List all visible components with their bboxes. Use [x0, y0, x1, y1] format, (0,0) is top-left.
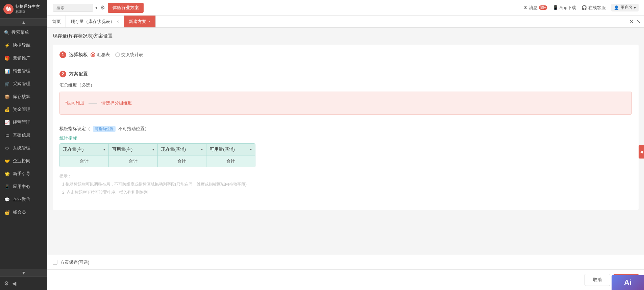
close-window-icon[interactable]: ✕ — [629, 18, 634, 25]
section2-header: 2 方案配置 — [59, 71, 632, 77]
content-area: 现存量(库存状况表)方案设置 1 选择模板 汇总表 交叉统计表 — [47, 28, 644, 255]
section-template: 1 选择模板 汇总表 交叉统计表 — [59, 51, 632, 58]
finance-icon: 💰 — [4, 106, 10, 113]
dropdown-arrow-icon[interactable]: ▾ — [95, 5, 98, 10]
sidebar-item-finance[interactable]: 💰 资金管理 — [0, 103, 47, 116]
sidebar-nav: 🔍 搜索菜单 ⚡ 快捷导航 🎁 营销推广 📊 销售管理 🛒 采购管理 📦 库存核… — [0, 26, 47, 269]
topbar-search-area: ▾ — [53, 4, 98, 12]
sidebar-item-wechat[interactable]: 💬 企业微信 — [0, 193, 47, 206]
settings-bottom-icon[interactable]: ⚙ — [4, 280, 9, 287]
sidebar-bottom: ⚙ ◀ — [0, 276, 47, 290]
tab-inventory-status[interactable]: 现存量（库存状况表） × — [66, 16, 124, 27]
sidebar-item-marketing[interactable]: 🎁 营销推广 — [0, 52, 47, 65]
tabbar: 首页 现存量（库存状况表） × 新建方案 × ✕ ⤡ — [47, 16, 644, 28]
section2-number: 2 — [59, 71, 66, 77]
dimension-required-label: 汇总维度（必选） — [59, 82, 632, 88]
save-label: 方案保存(可选) — [60, 259, 90, 265]
radio-summary[interactable]: 汇总表 — [91, 52, 110, 58]
sidebar-scroll-down[interactable]: ▼ — [0, 269, 47, 276]
sidebar-item-basic[interactable]: 🗂 基础信息 — [0, 129, 47, 142]
col-0-cell: 合计 — [60, 155, 108, 167]
sidebar-item-quick-nav[interactable]: ⚡ 快捷导航 — [0, 39, 47, 52]
right-expand-button[interactable]: ◀ — [639, 145, 644, 159]
window-controls: ✕ ⤡ — [629, 18, 644, 25]
sidebar-item-guide[interactable]: 🌟 新手引导 — [0, 167, 47, 180]
tab-close-inventory[interactable]: × — [117, 19, 119, 24]
col-2-cell: 合计 — [158, 155, 206, 167]
tips-area: 提示： 1.拖动标题栏可以调整布局，不可跨维度或指标区域拖动列字段(只能在同一维… — [59, 172, 632, 196]
col-3-cell: 合计 — [206, 155, 255, 167]
collapse-icon[interactable]: ◀ — [12, 280, 16, 287]
radio-cross[interactable]: 交叉统计表 — [115, 52, 143, 58]
member-icon: 👑 — [4, 209, 10, 215]
dim-dash: —— — [89, 101, 97, 106]
gear-icon[interactable]: ⚙ — [100, 4, 105, 11]
logo-text: 畅捷通好生意 标准版 — [16, 4, 40, 14]
sidebar: 畅 畅捷通好生意 标准版 ▲ 🔍 搜索菜单 ⚡ 快捷导航 🎁 营销推广 📊 销售… — [0, 0, 47, 290]
page-title: 现存量(库存状况表)方案设置 — [53, 33, 639, 39]
col-2-header[interactable]: 现存量(基辅) ▾ — [158, 144, 206, 155]
col-1-cell: 合计 — [109, 155, 157, 167]
sidebar-item-apps[interactable]: 📱 应用中心 — [0, 180, 47, 193]
sidebar-item-corp[interactable]: 🤝 企业协同 — [0, 154, 47, 167]
message-icon: ✉ — [524, 5, 527, 10]
dim-placeholder: 请选择分组维度 — [101, 100, 132, 106]
tip-2: 2. 点击标题栏下拉可设置排序、插入列和删除列 — [62, 188, 632, 196]
col-3-header[interactable]: 可用量(基辅) ▾ — [206, 144, 255, 155]
sidebar-item-system[interactable]: ⚙ 系统管理 — [0, 142, 47, 154]
metrics-table: 现存量(主) ▾ 合计 可用量(主) ▾ 合计 — [59, 143, 255, 167]
cancel-button[interactable]: 取消 — [585, 274, 610, 286]
topbar: ▾ ⚙ 体验行业方案 ✉ 消息 99+ 📱 App下载 🎧 在线客服 👤 用户名 — [47, 0, 644, 16]
section-divider-2 — [59, 120, 632, 120]
trial-button[interactable]: 体验行业方案 — [108, 3, 144, 13]
col-1: 可用量(主) ▾ 合计 — [109, 144, 158, 167]
col-3: 可用量(基辅) ▾ 合计 — [206, 144, 255, 167]
col-2: 现存量(基辅) ▾ 合计 — [158, 144, 207, 167]
sidebar-item-inventory[interactable]: 📦 库存核算 — [0, 90, 47, 103]
corp-icon: 🤝 — [4, 158, 10, 164]
user-menu[interactable]: 👤 用户名 ▾ — [611, 4, 639, 11]
inventory-icon: 📦 — [4, 94, 10, 100]
tab-close-new-plan[interactable]: × — [148, 19, 151, 24]
sales-icon: 📊 — [4, 68, 10, 74]
col-0-header[interactable]: 现存量(主) ▾ — [60, 144, 108, 155]
sidebar-item-purchase[interactable]: 🛒 采购管理 — [0, 77, 47, 90]
section-divider-1 — [59, 65, 632, 65]
section1-title: 选择模板 — [69, 52, 88, 58]
section1-number: 1 — [59, 51, 66, 58]
app-icon: 📱 — [553, 5, 558, 10]
col-1-header[interactable]: 可用量(主) ▾ — [109, 144, 157, 155]
draggable-badge: 可拖动位置 — [93, 126, 116, 132]
sidebar-item-sales[interactable]: 📊 销售管理 — [0, 65, 47, 77]
sidebar-search[interactable]: 🔍 搜索菜单 — [0, 26, 47, 39]
sidebar-item-member[interactable]: 👑 畅会员 — [0, 206, 47, 219]
sidebar-scroll-up[interactable]: ▲ — [0, 19, 47, 26]
metrics-table-header: 现存量(主) ▾ 合计 可用量(主) ▾ 合计 — [60, 144, 255, 167]
tab-home[interactable]: 首页 — [47, 16, 66, 27]
service-button[interactable]: 🎧 在线客服 — [581, 5, 606, 11]
logo-icon: 畅 — [3, 4, 14, 14]
marketing-icon: 🎁 — [4, 55, 10, 61]
col-0: 现存量(主) ▾ 合计 — [60, 144, 109, 167]
stats-title: 统计指标 — [59, 135, 632, 141]
footer: 取消 查询 — [47, 269, 644, 290]
app-download-button[interactable]: 📱 App下载 — [553, 5, 576, 11]
save-checkbox[interactable] — [53, 260, 57, 265]
template-radio-group: 汇总表 交叉统计表 — [91, 52, 143, 58]
topbar-right: ✉ 消息 99+ 📱 App下载 🎧 在线客服 👤 用户名 ▾ — [524, 4, 639, 11]
apps-icon: 📱 — [4, 184, 10, 190]
col-1-chevron-icon: ▾ — [152, 148, 154, 151]
radio-dot-cross — [115, 52, 120, 57]
dimension-box[interactable]: *纵向维度 —— 请选择分组维度 — [59, 92, 632, 115]
system-icon: ⚙ — [4, 145, 10, 151]
topbar-left: ▾ ⚙ 体验行业方案 — [53, 3, 520, 13]
ai-badge[interactable]: Ai — [612, 275, 644, 290]
tips-header: 提示： — [59, 172, 632, 180]
messages-button[interactable]: ✉ 消息 99+ — [524, 5, 547, 11]
settings-panel: 1 选择模板 汇总表 交叉统计表 — [53, 45, 639, 210]
wechat-icon: 💬 — [4, 196, 10, 202]
expand-window-icon[interactable]: ⤡ — [636, 18, 641, 25]
tab-new-plan[interactable]: 新建方案 × — [124, 16, 156, 27]
search-input[interactable] — [53, 4, 93, 12]
sidebar-item-operation[interactable]: 📈 经营管理 — [0, 116, 47, 129]
